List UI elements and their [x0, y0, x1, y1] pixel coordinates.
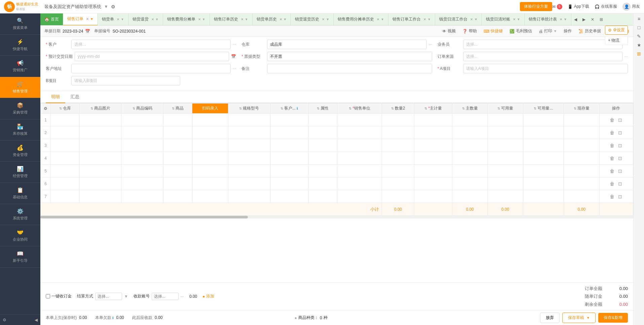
cell-warehouse-4[interactable] — [51, 152, 79, 165]
cell-code-6[interactable] — [121, 177, 163, 190]
tab-close-order-workbench[interactable]: ✕ — [423, 17, 426, 21]
th-spec[interactable]: 规格型号 — [228, 104, 270, 114]
cell-available-3[interactable] — [488, 139, 523, 152]
cell-main-qty-3[interactable] — [452, 139, 488, 152]
tab-scroll-left[interactable]: ◀ — [571, 13, 580, 26]
tab-order-workbench[interactable]: 销售订单工作台 ✕ ▼ — [388, 13, 435, 26]
customer-dots[interactable]: ··· — [233, 42, 236, 47]
cell-current-5[interactable] — [564, 165, 599, 177]
cell-scan-6[interactable] — [192, 177, 228, 190]
cell-sales-unit-4[interactable] — [337, 152, 382, 165]
profit-btn[interactable]: 💹 毛利预估 — [507, 28, 534, 35]
print-btn[interactable]: 🖨 打印 ▼ — [537, 28, 559, 35]
th-customer-code[interactable]: 客户... ℹ — [270, 104, 308, 114]
order-source-dots[interactable]: ··· — [624, 54, 628, 59]
th-attribute[interactable]: 属性 — [308, 104, 337, 114]
save-draft-btn[interactable]: 保存草稿 ▼ — [562, 313, 596, 323]
tab-summary[interactable]: 汇总 — [65, 91, 85, 103]
view-btn[interactable]: 👁 视频 — [440, 28, 458, 35]
goods-count-icon[interactable]: ● — [295, 316, 297, 320]
settlement-dropdown-icon[interactable]: ▼ — [124, 294, 128, 299]
th-product-code[interactable]: 商品编码 — [121, 104, 163, 114]
cell-customer-code-5[interactable] — [270, 165, 308, 177]
cell-main-unit-4[interactable] — [414, 152, 452, 165]
add-receipt-btn[interactable]: ● 添加 — [202, 293, 214, 299]
remark-input[interactable] — [267, 64, 432, 73]
delete-row-3[interactable]: 🗑 — [609, 142, 615, 149]
cell-current-2[interactable] — [564, 126, 599, 139]
th-product-img[interactable]: 商品图片 — [79, 104, 121, 114]
cell-sales-unit-6[interactable] — [337, 177, 382, 190]
cell-qty2-4[interactable] — [382, 152, 414, 165]
cell-img-5[interactable] — [79, 165, 121, 177]
cell-spec-2[interactable] — [228, 126, 270, 139]
tab-close-return-history[interactable]: ✕ — [279, 17, 282, 21]
cell-attribute-1[interactable] — [308, 114, 337, 126]
cell-customer-code-4[interactable] — [270, 152, 308, 165]
cell-attribute-7[interactable] — [308, 190, 337, 203]
help-btn[interactable]: ❓ 帮助 — [460, 28, 479, 35]
receipt-dots[interactable]: ··· — [181, 294, 184, 299]
cell-qty2-2[interactable] — [382, 126, 414, 139]
cell-customer-code-7[interactable] — [270, 190, 308, 203]
copy-row-2[interactable]: ⊡ — [617, 129, 623, 136]
cell-available-5[interactable] — [488, 165, 523, 177]
a-project-input[interactable] — [463, 64, 628, 73]
cell-main-qty-1[interactable] — [452, 114, 488, 126]
tab-grid-view[interactable]: ⊞ — [597, 13, 606, 26]
sidebar-item-cooperation[interactable]: 🤝 企业协同 — [0, 225, 40, 246]
cell-customer-code-1[interactable] — [270, 114, 308, 126]
cell-available2-2[interactable] — [523, 126, 564, 139]
cell-product-4[interactable] — [163, 152, 192, 165]
th-warehouse[interactable]: 仓库 — [51, 104, 79, 114]
delete-row-1[interactable]: 🗑 — [609, 117, 615, 123]
copy-row-5[interactable]: ⊡ — [617, 168, 623, 174]
customer-input[interactable] — [71, 40, 231, 49]
invoice-type-select[interactable]: 不开票 普通发票 增值税发票 — [267, 52, 432, 61]
cell-main-qty-7[interactable] — [452, 190, 488, 203]
cell-main-unit-5[interactable] — [414, 165, 452, 177]
copy-row-3[interactable]: ⊡ — [617, 142, 623, 149]
delete-row-7[interactable]: 🗑 — [609, 193, 615, 200]
cell-sales-unit-1[interactable] — [337, 114, 382, 126]
th-settings[interactable]: ⚙ — [41, 104, 51, 114]
th-main-qty[interactable]: 主数量 — [452, 104, 488, 114]
tab-cash-daily[interactable]: 钱货日清工作台 ✕ ▼ — [435, 13, 482, 26]
cell-product-7[interactable] — [163, 190, 192, 203]
cell-main-unit-7[interactable] — [414, 190, 452, 203]
print-dropdown-icon[interactable]: ▼ — [554, 29, 557, 33]
tab-close-order-history[interactable]: ✕ — [241, 17, 243, 21]
sidebar-item-operations[interactable]: 📊 经营管理 — [0, 162, 40, 183]
cell-attribute-5[interactable] — [308, 165, 337, 177]
cell-code-7[interactable] — [121, 190, 163, 203]
sidebar-item-search[interactable]: 🔍 搜索菜单 — [0, 13, 40, 35]
copy-row-1[interactable]: ⊡ — [617, 117, 623, 123]
cell-spec-4[interactable] — [228, 152, 270, 165]
tab-close-sales-stats[interactable]: ✕ — [560, 17, 562, 21]
tab-scroll-right[interactable]: ▶ — [580, 13, 588, 26]
th-main-unit[interactable]: *主计量 — [414, 104, 452, 114]
cell-sales-unit-5[interactable] — [337, 165, 382, 177]
tab-sales-order[interactable]: 销售订单 ✕ ▼ — [63, 13, 98, 26]
salesperson-input[interactable] — [463, 40, 622, 49]
cell-scan-3[interactable] — [192, 139, 228, 152]
delete-row-4[interactable]: 🗑 — [609, 155, 615, 162]
tab-fee-history[interactable]: 销售费用分摊单历史 ✕ ▼ — [334, 13, 388, 26]
cell-product-2[interactable] — [163, 126, 192, 139]
tab-close-sales-order[interactable]: ✕ — [86, 17, 89, 21]
scrollbar-thumb[interactable] — [40, 216, 248, 218]
delete-row-2[interactable]: 🗑 — [609, 129, 615, 136]
cell-available2-3[interactable] — [523, 139, 564, 152]
cell-code-5[interactable] — [121, 165, 163, 177]
tab-home[interactable]: 🏠 首页 — [40, 13, 63, 26]
tab-order-history[interactable]: 销售订单历史 ✕ ▼ — [210, 13, 253, 26]
save-new-btn[interactable]: 保存&新增 — [598, 313, 628, 323]
operation-btn[interactable]: 操作 — [562, 28, 574, 35]
cell-img-3[interactable] — [79, 139, 121, 152]
delete-row-6[interactable]: 🗑 — [609, 180, 615, 187]
right-panel-edit-icon[interactable]: ✎ — [635, 32, 643, 40]
cell-warehouse-3[interactable] — [51, 139, 79, 152]
sidebar-collapse-btn[interactable]: ◀ — [35, 318, 38, 322]
cell-sales-unit-7[interactable] — [337, 190, 382, 203]
cell-customer-code-3[interactable] — [270, 139, 308, 152]
